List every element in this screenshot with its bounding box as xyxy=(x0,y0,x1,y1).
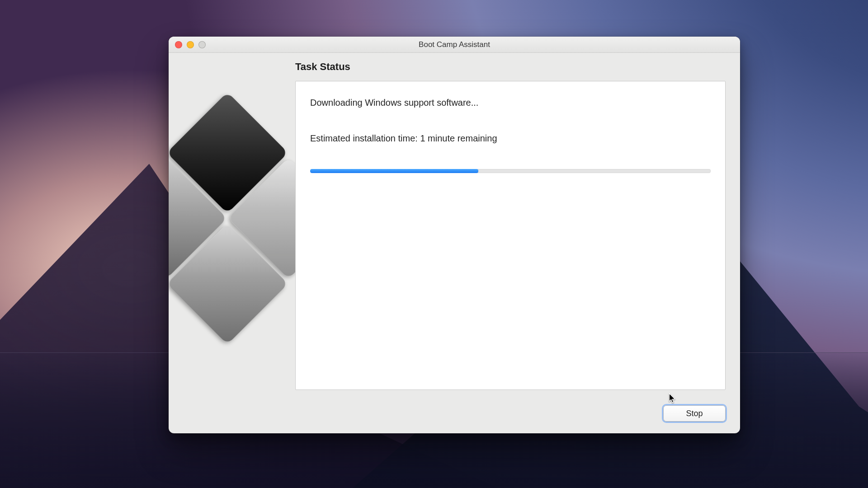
main-pane: Task Status Downloading Windows support … xyxy=(295,61,726,390)
window-traffic-lights xyxy=(175,41,206,48)
eta-text: Estimated installation time: 1 minute re… xyxy=(310,133,711,144)
app-window: Boot Camp Assistant Task Status Download… xyxy=(169,37,740,433)
cursor-icon xyxy=(669,393,677,404)
window-title: Boot Camp Assistant xyxy=(419,40,490,49)
minimize-icon[interactable] xyxy=(187,41,194,48)
close-icon[interactable] xyxy=(175,41,182,48)
window-content: Task Status Downloading Windows support … xyxy=(169,53,740,433)
stop-button[interactable]: Stop xyxy=(663,405,726,422)
progress-bar-fill xyxy=(310,169,478,173)
bootcamp-icon-diamond xyxy=(169,223,288,345)
zoom-icon xyxy=(198,41,206,48)
bootcamp-icon-diamond xyxy=(169,92,288,214)
bootcamp-icon-diamond xyxy=(169,158,227,279)
window-titlebar[interactable]: Boot Camp Assistant xyxy=(169,37,740,53)
task-status-heading: Task Status xyxy=(295,61,726,73)
app-icon-container xyxy=(169,53,295,433)
bootcamp-icon xyxy=(169,110,304,354)
window-footer: Stop xyxy=(663,405,726,422)
progress-bar xyxy=(310,169,711,173)
status-panel: Downloading Windows support software... … xyxy=(295,81,726,390)
download-status-text: Downloading Windows support software... xyxy=(310,98,711,108)
